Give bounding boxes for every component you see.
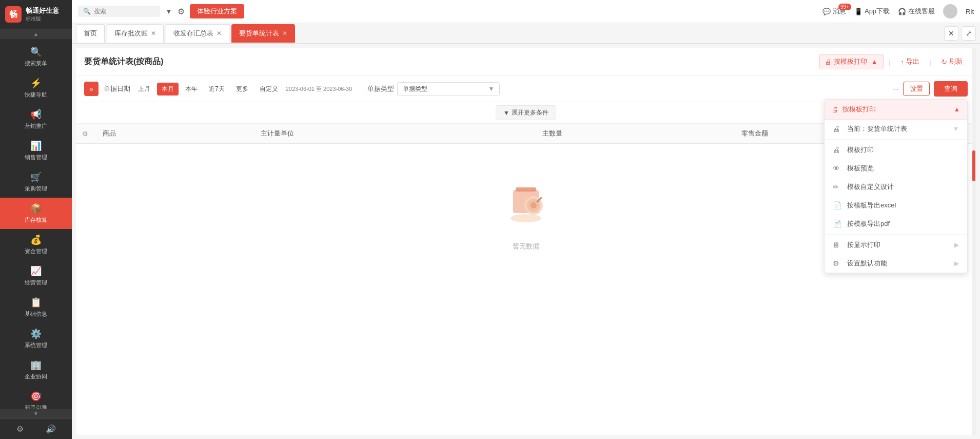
settings-btn[interactable]: 设置 <box>903 82 930 96</box>
sidebar-item-sales[interactable]: 📊 销售管理 <box>0 135 72 166</box>
tab-inventory-batch[interactable]: 库存批次账✕ <box>107 24 164 43</box>
dropdown-header-left: 🖨 按模板打印 <box>832 105 876 114</box>
svg-point-0 <box>511 214 541 222</box>
tab-expand-btn[interactable]: ⤢ <box>962 26 976 41</box>
more-options-icon[interactable]: ··· <box>893 85 899 93</box>
sidebar-label-enterprise: 企业协同 <box>25 373 47 380</box>
dropdown-close-chevron[interactable]: ▲ <box>954 106 960 113</box>
sidebar-item-newbie[interactable]: 🎯 新手引导 <box>0 386 72 409</box>
date-btn-custom[interactable]: 自定义 <box>255 83 283 96</box>
refresh-label: 刷新 <box>949 57 963 66</box>
sidebar-item-enterprise[interactable]: 🏢 企业协同 <box>0 354 72 386</box>
query-btn[interactable]: 查询 <box>934 81 968 97</box>
date-btn-current-year[interactable]: 本年 <box>181 83 202 96</box>
sidebar-item-purchase[interactable]: 🛒 采购管理 <box>0 166 72 198</box>
username-label[interactable]: Rit <box>966 8 974 15</box>
sidebar-item-basic[interactable]: 📋 基础信息 <box>0 292 72 323</box>
settings-footer-icon[interactable]: ⚙ <box>16 424 24 434</box>
scrollbar-thumb <box>972 150 975 181</box>
dropdown-export-pdf[interactable]: 📄 按模板导出pdf <box>825 215 967 233</box>
date-btn-prev-month[interactable]: 上月 <box>133 83 155 96</box>
notifications-btn[interactable]: 💬 消息 99+ <box>822 7 846 16</box>
app-download-btn[interactable]: 📱 App下载 <box>854 7 890 16</box>
filter-toggle-btn[interactable]: » <box>84 82 99 96</box>
sidebar-item-operations[interactable]: 📈 经营管理 <box>0 260 72 292</box>
date-btn-more[interactable]: 更多 <box>231 83 253 96</box>
speaker-footer-icon[interactable]: 🔊 <box>46 424 56 434</box>
topbar-gear-icon[interactable]: ⚙ <box>178 7 185 16</box>
current-template-arrow: ▼ <box>953 125 959 132</box>
empty-text: 暂无数据 <box>513 242 539 251</box>
sidebar-item-system[interactable]: ⚙️ 系统管理 <box>0 323 72 354</box>
sidebar-icon-shortcut: ⚡ <box>30 78 42 89</box>
tab-close-receipt-summary[interactable]: ✕ <box>217 30 222 37</box>
dropdown-current-template[interactable]: 🖨 当前：要货单统计表 ▼ <box>825 120 967 138</box>
printer-icon: 🖨 <box>825 58 832 66</box>
dropdown-display-print[interactable]: 🖥 按显示打印 ▶ <box>825 236 967 254</box>
doctype-filter-section: 单据类型 单据类型 ▼ <box>367 82 500 96</box>
set-default-label: 设置默认功能 <box>847 259 949 268</box>
export-pdf-label: 按模板导出pdf <box>847 219 890 228</box>
right-scrollbar[interactable] <box>972 48 976 435</box>
sidebar-logo: 畅 畅通好生意 标准版 <box>0 0 72 29</box>
dropdown-export-excel[interactable]: 📄 按模板导出excel <box>825 196 967 215</box>
sidebar-footer: ⚙ 🔊 <box>0 418 72 439</box>
tab-label-inventory-batch: 库存批次账 <box>114 29 148 38</box>
tab-home[interactable]: 首页 <box>76 24 105 43</box>
table-settings-icon[interactable]: ⚙ <box>82 130 88 138</box>
refresh-btn[interactable]: ↻ 刷新 <box>936 54 968 69</box>
header-actions: 🖨 按模板打印 ▲ | ↑ 导出 | ↻ 刷新 <box>819 54 968 69</box>
content-panel: 要货单统计表(按商品) 🖨 按模板打印 ▲ | ↑ 导出 | ↻ <box>76 48 976 435</box>
sidebar-scroll-up[interactable]: ▲ <box>31 31 41 37</box>
tab-order-stats[interactable]: 要货单统计表✕ <box>231 24 295 43</box>
sidebar-icon-system: ⚙️ <box>30 328 42 339</box>
sidebar-label-system: 系统管理 <box>25 341 47 349</box>
online-service-btn[interactable]: 🎧 在线客服 <box>898 7 935 16</box>
doctype-select[interactable]: 单据类型 ▼ <box>397 82 500 96</box>
dropdown-header[interactable]: 🖨 按模板打印 ▲ <box>825 100 967 120</box>
sidebar-item-search[interactable]: 🔍 搜索菜单 <box>0 41 72 72</box>
tab-close-order-stats[interactable]: ✕ <box>282 30 287 37</box>
tab-label-receipt-summary: 收发存汇总表 <box>173 29 213 38</box>
main-content: 🔍 ▼ ⚙ 体验行业方案 💬 消息 99+ 📱 App下载 🎧 在线客服 Rit… <box>72 0 980 439</box>
expand-more-btn[interactable]: ▼ 展开更多条件 <box>496 105 556 120</box>
search-input[interactable] <box>94 8 145 15</box>
sidebar-label-inventory: 库存核算 <box>25 216 47 224</box>
sidebar-item-finance[interactable]: 💰 资金管理 <box>0 229 72 260</box>
refresh-icon: ↻ <box>942 58 947 66</box>
tabbar-end-actions: ✕ ⤢ <box>944 26 976 41</box>
date-btn-current-month[interactable]: 本月 <box>157 83 179 96</box>
sidebar-item-shortcut[interactable]: ⚡ 快捷导航 <box>0 72 72 104</box>
sidebar-label-marketing: 营销推广 <box>25 122 47 130</box>
print-chevron-up: ▲ <box>871 58 878 66</box>
date-btn-last-7[interactable]: 近7天 <box>204 83 229 96</box>
template-custom-icon: ✏ <box>833 183 842 191</box>
set-default-arrow: ▶ <box>954 260 959 267</box>
sidebar-item-marketing[interactable]: 📢 营销推广 <box>0 104 72 135</box>
export-excel-label: 按模板导出excel <box>847 201 896 210</box>
tab-close-inventory-batch[interactable]: ✕ <box>151 30 156 37</box>
trial-industry-btn[interactable]: 体验行业方案 <box>190 4 244 18</box>
date-filter-section: 单据日期 上月本月本年近7天更多自定义 2023-06-01 至 2023-06… <box>104 83 352 96</box>
date-filter-buttons: 上月本月本年近7天更多自定义 <box>133 83 283 96</box>
sidebar-scroll-down[interactable]: ▼ <box>31 411 41 416</box>
user-avatar[interactable] <box>943 4 957 18</box>
dropdown-template-print[interactable]: 🖨 模板打印 <box>825 141 967 159</box>
dropdown-set-default[interactable]: ⚙ 设置默认功能 ▶ <box>825 254 967 273</box>
topbar-right: 💬 消息 99+ 📱 App下载 🎧 在线客服 Rit <box>822 4 974 18</box>
template-custom-label: 模板自定义设计 <box>847 182 894 192</box>
tab-receipt-summary[interactable]: 收发存汇总表✕ <box>166 24 229 43</box>
sidebar-label-operations: 经营管理 <box>25 279 47 287</box>
dropdown-template-custom[interactable]: ✏ 模板自定义设计 <box>825 178 967 196</box>
headset-icon: 🎧 <box>898 8 906 15</box>
dropdown-template-preview[interactable]: 👁 模板预览 <box>825 159 967 178</box>
export-btn[interactable]: ↑ 导出 <box>895 54 925 69</box>
sidebar-item-inventory[interactable]: 📦 库存核算 <box>0 198 72 229</box>
tab-close-btn[interactable]: ✕ <box>944 26 958 41</box>
print-template-btn[interactable]: 🖨 按模板打印 ▲ <box>819 54 884 69</box>
dropdown-header-label: 按模板打印 <box>842 105 876 114</box>
col-quantity: 主数量 <box>536 124 735 144</box>
topbar-dropdown-arrow[interactable]: ▼ <box>165 7 172 15</box>
app-logo-text: 畅通好生意 标准版 <box>26 6 59 23</box>
topbar-search-box[interactable]: 🔍 <box>78 6 160 17</box>
